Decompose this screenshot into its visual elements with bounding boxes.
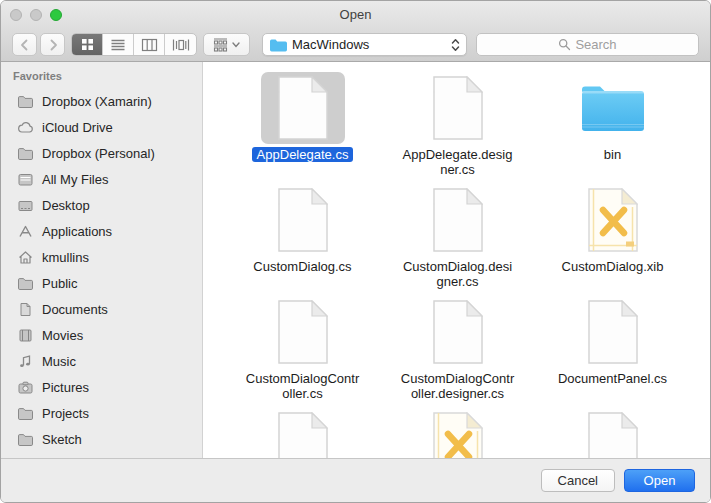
history-nav	[12, 33, 65, 56]
sidebar-item-label: Dropbox (Xamarin)	[42, 94, 152, 109]
file-label: DocumentPanel.cs	[558, 371, 667, 386]
file-label: CustomDialog.designer.cs	[400, 259, 516, 289]
sidebar-item-dropbox-xamarin[interactable]: Dropbox (Xamarin)	[1, 88, 202, 114]
file-label: CustomDialogController.designer.cs	[400, 371, 516, 401]
file-item-customdialog-xib[interactable]: CustomDialog.xib	[535, 184, 690, 296]
sidebar-item-label: Public	[42, 276, 77, 291]
sidebar-item-pictures[interactable]: Pictures	[1, 374, 202, 400]
magnifier-icon	[558, 38, 571, 51]
cloud-icon	[17, 119, 34, 136]
folder-dropdown[interactable]: MacWindows	[262, 33, 467, 56]
file-label: CustomDialog.xib	[562, 259, 664, 274]
music-note-icon	[17, 353, 34, 370]
arrange-icon	[213, 38, 228, 52]
sidebar-item-applications[interactable]: Applications	[1, 218, 202, 244]
document-icon	[17, 301, 34, 318]
file-item-customdialogcontroller-cs[interactable]: CustomDialogController.cs	[225, 296, 380, 408]
folder-file-icon	[580, 82, 646, 134]
view-mode-control	[71, 33, 197, 56]
titlebar[interactable]: Open	[1, 1, 710, 28]
camera-icon	[17, 379, 34, 396]
dialog-footer: Cancel Open	[1, 458, 710, 502]
sidebar-item-label: Dropbox (Personal)	[42, 146, 155, 161]
window-title: Open	[1, 7, 710, 22]
sidebar-item-label: Applications	[42, 224, 112, 239]
files-stack-icon	[17, 171, 34, 188]
sidebar-section-title: Favorites	[1, 70, 202, 88]
file-label: bin	[604, 147, 621, 162]
sidebar-item-label: iCloud Drive	[42, 120, 113, 135]
document-file-icon	[278, 76, 328, 140]
file-item-customdialog-designer-cs[interactable]: CustomDialog.designer.cs	[380, 184, 535, 296]
file-grid: AppDelegate.cs AppDelegate.designer.cs b…	[225, 72, 710, 502]
folder-icon	[17, 275, 34, 292]
sidebar-item-icloud-drive[interactable]: iCloud Drive	[1, 114, 202, 140]
file-item-appdelegate-cs[interactable]: AppDelegate.cs	[225, 72, 380, 184]
sidebar-item-sketch[interactable]: Sketch	[1, 426, 202, 452]
cancel-button[interactable]: Cancel	[541, 469, 615, 492]
list-view-icon	[110, 38, 126, 52]
document-file-icon	[278, 188, 328, 252]
chevron-down-icon	[232, 42, 240, 48]
sidebar-item-documents[interactable]: Documents	[1, 296, 202, 322]
sidebar-item-kmullins[interactable]: kmullins	[1, 244, 202, 270]
chevron-right-icon	[46, 38, 60, 52]
xib-file-icon	[588, 188, 638, 252]
document-file-icon	[433, 188, 483, 252]
document-file-icon	[433, 300, 483, 364]
file-label: CustomDialogController.cs	[245, 371, 361, 401]
folder-icon	[17, 93, 34, 110]
sidebar-item-label: Music	[42, 354, 76, 369]
sidebar-item-label: Pictures	[42, 380, 89, 395]
grid-view-icon	[80, 37, 95, 52]
file-item-customdialog-cs[interactable]: CustomDialog.cs	[225, 184, 380, 296]
sidebar-item-all-my-files[interactable]: All My Files	[1, 166, 202, 192]
home-icon	[17, 249, 34, 266]
sidebar-item-label: Movies	[42, 328, 83, 343]
file-label: AppDelegate.designer.cs	[400, 147, 516, 177]
file-item-customdialogcontroller-designer-cs[interactable]: CustomDialogController.designer.cs	[380, 296, 535, 408]
document-file-icon	[278, 300, 328, 364]
list-view-button[interactable]	[103, 34, 134, 55]
sidebar-item-dropbox-personal[interactable]: Dropbox (Personal)	[1, 140, 202, 166]
arrange-button[interactable]	[203, 33, 250, 56]
sidebar-item-projects[interactable]: Projects	[1, 400, 202, 426]
search-input[interactable]: Search	[476, 33, 699, 56]
sidebar-item-public[interactable]: Public	[1, 270, 202, 296]
file-browser: AppDelegate.cs AppDelegate.designer.cs b…	[203, 62, 710, 502]
sidebar-item-label: Projects	[42, 406, 89, 421]
open-dialog: Open	[0, 0, 711, 503]
column-view-icon	[141, 38, 158, 52]
forward-button[interactable]	[40, 33, 65, 56]
applications-icon	[17, 223, 34, 240]
coverflow-view-button[interactable]	[165, 34, 196, 55]
chevron-left-icon	[18, 38, 32, 52]
sidebar: Favorites Dropbox (Xamarin) iCloud Drive…	[1, 62, 203, 502]
sidebar-item-label: Sketch	[42, 432, 82, 447]
film-icon	[17, 327, 34, 344]
sidebar-item-movies[interactable]: Movies	[1, 322, 202, 348]
blue-folder-icon	[269, 38, 287, 52]
folder-icon	[17, 431, 34, 448]
file-item-appdelegate-designer-cs[interactable]: AppDelegate.designer.cs	[380, 72, 535, 184]
file-item-documentpanel-cs[interactable]: DocumentPanel.cs	[535, 296, 690, 408]
sidebar-item-music[interactable]: Music	[1, 348, 202, 374]
popup-stepper-icon	[450, 37, 461, 53]
coverflow-view-icon	[172, 38, 190, 52]
file-item-bin[interactable]: bin	[535, 72, 690, 184]
window-header: Open	[1, 1, 710, 62]
folder-icon	[17, 405, 34, 422]
sidebar-item-label: kmullins	[42, 250, 89, 265]
sidebar-item-desktop[interactable]: Desktop	[1, 192, 202, 218]
back-button[interactable]	[12, 33, 37, 56]
column-view-button[interactable]	[134, 34, 165, 55]
file-label: AppDelegate.cs	[252, 147, 354, 162]
folder-dropdown-value: MacWindows	[292, 37, 450, 52]
document-file-icon	[588, 300, 638, 364]
dialog-content: Favorites Dropbox (Xamarin) iCloud Drive…	[1, 62, 710, 502]
open-button[interactable]: Open	[624, 469, 695, 492]
file-label: CustomDialog.cs	[253, 259, 351, 274]
sidebar-item-label: Documents	[42, 302, 108, 317]
icon-view-button[interactable]	[72, 34, 103, 55]
toolbar: MacWindows Search	[1, 28, 710, 61]
